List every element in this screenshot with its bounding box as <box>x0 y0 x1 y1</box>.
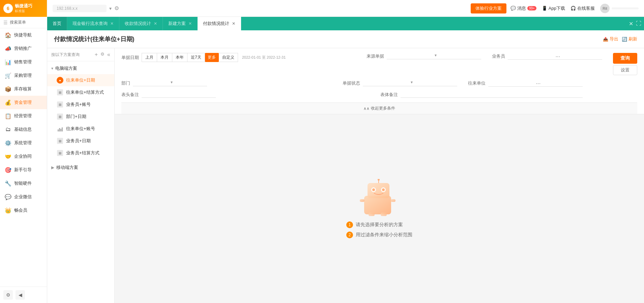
tip-2-text: 用过滤条件来缩小分析范围 <box>356 232 412 238</box>
export-btn[interactable]: 📤 导出 <box>603 36 618 42</box>
header-note-input[interactable] <box>142 91 216 98</box>
sidebar-settings-btn[interactable]: ⚙ <box>3 290 13 300</box>
salesperson-select[interactable]: ... <box>508 53 602 60</box>
tab-bank-flow-close[interactable]: ✕ <box>110 21 114 26</box>
collapse-bar[interactable]: ∧∧ 收起更多条件 <box>121 102 637 114</box>
sidebar-item-wechat[interactable]: 💬 企业微信 <box>0 190 47 204</box>
sidebar-item-basic-info[interactable]: 🗂 基础信息 <box>0 123 47 136</box>
sidebar-item-purchase[interactable]: 🛒 采购管理 <box>0 69 47 82</box>
sidebar-item-capital[interactable]: 💰 资金管理 <box>0 96 47 109</box>
counter-party-select[interactable]: ... <box>488 80 583 87</box>
empty-illustration-svg <box>359 179 400 216</box>
purchase-icon: 🛒 <box>5 72 11 79</box>
scheme-item-partner-settle[interactable]: ⊞ 往来单位+结算方式 <box>47 86 114 98</box>
topbar-gear-icon[interactable]: ⚙ <box>114 5 119 11</box>
tab-close-all-btn[interactable]: ✕ <box>629 21 633 27</box>
scheme-item-salesperson-date[interactable]: ⊞ 业务员+日期 <box>47 135 114 147</box>
scheme-collapse-btn[interactable]: « <box>107 52 110 58</box>
scheme-settings-btn[interactable]: ⚙ <box>100 52 105 58</box>
sidebar-collapse-btn[interactable]: ◀ <box>16 290 25 300</box>
hardware-icon: 🔧 <box>5 180 11 187</box>
salesperson-date-icon: ⊞ <box>57 138 63 144</box>
user-text <box>612 7 639 9</box>
sales-label: 销售管理 <box>14 59 32 65</box>
date-btn-7days[interactable]: 近7天 <box>187 53 205 62</box>
partner-date-icon: ● <box>57 77 63 84</box>
date-btn-last-month[interactable]: 上月 <box>142 53 157 62</box>
tab-receipt-stats-close[interactable]: ✕ <box>154 21 157 26</box>
sidebar-item-system[interactable]: ⚙️ 系统管理 <box>0 136 47 150</box>
counter-party-dots[interactable]: ... <box>536 80 583 85</box>
sidebar-item-marketing[interactable]: 📣 营销推广 <box>0 42 47 55</box>
sidebar-item-sales[interactable]: 📊 销售管理 <box>0 55 47 69</box>
mobile-section-title[interactable]: ▶ 移动端方案 <box>47 162 114 173</box>
date-label: 单据日期 <box>121 55 139 61</box>
pc-section-title[interactable]: ▾ 电脑端方案 <box>47 63 114 74</box>
topbar-chevron-icon[interactable]: ▾ <box>109 6 112 11</box>
tab-receipt-stats[interactable]: 收款情况统计 ✕ <box>119 17 163 30</box>
topbar-address: 192.168.x.x <box>53 5 107 12</box>
messages-label: 消息 <box>517 5 526 11</box>
salesperson-settle-icon: ⊞ <box>57 150 63 156</box>
tab-bank-flow[interactable]: 现金银行流水查询 ✕ <box>67 17 119 30</box>
scheme-item-salesperson-account[interactable]: ⊞ 业务员+账号 <box>47 98 114 111</box>
dept-select[interactable]: ▾ <box>133 80 207 86</box>
refresh-label: 刷新 <box>628 36 637 42</box>
body-note-input[interactable] <box>401 91 583 98</box>
app-icon: 📱 <box>542 6 547 11</box>
tab-payment-stats-close[interactable]: ✕ <box>232 21 235 26</box>
tab-new-scheme[interactable]: 新建方案 ✕ <box>163 17 198 30</box>
sidebar-item-hardware[interactable]: 🔧 智能硬件 <box>0 177 47 190</box>
scheme-item-dept-date[interactable]: ⊞ 部门+日期 <box>47 111 114 123</box>
tab-payment-stats[interactable]: 付款情况统计 ✕ <box>198 17 241 30</box>
date-btn-this-year[interactable]: 本年 <box>172 53 187 62</box>
app-download-btn[interactable]: 📱 App下载 <box>542 5 565 11</box>
trial-btn[interactable]: 体验行业方案 <box>471 3 506 13</box>
date-btn-this-month[interactable]: 本月 <box>157 53 172 62</box>
wechat-label: 企业微信 <box>14 194 32 200</box>
page-content: 付款情况统计(往来单位+日期) 📤 导出 🔄 刷新 按以下方案查询 + <box>47 30 644 303</box>
salesperson-dots[interactable]: ... <box>556 53 602 58</box>
sidebar-item-operations[interactable]: 📋 经营管理 <box>0 109 47 123</box>
dept-filter-item: 部门 ▾ <box>121 80 207 86</box>
sidebar-item-member[interactable]: 👑 畅会员 <box>0 204 47 217</box>
doc-status-chevron: ▾ <box>411 80 457 85</box>
partner-settle-label: 往来单位+结算方式 <box>66 89 104 95</box>
logo-title: 畅捷通巧 <box>15 3 32 9</box>
query-btn[interactable]: 查询 <box>613 53 637 64</box>
sidebar-item-guide[interactable]: 🎯 新手引导 <box>0 163 47 177</box>
sidebar-item-enterprise[interactable]: 🤝 企业协同 <box>0 150 47 163</box>
topbar: 192.168.x.x ▾ ⚙ 体验行业方案 💬 消息 99+ 📱 App下载 … <box>47 0 644 17</box>
date-btn-more[interactable]: 更多 <box>205 53 219 62</box>
member-label: 畅会员 <box>14 207 27 213</box>
collapse-label: 收起更多条件 <box>371 105 395 111</box>
partner-account-icon <box>57 125 63 132</box>
svg-rect-9 <box>391 199 396 202</box>
guide-label: 新手引导 <box>14 167 32 173</box>
source-doc-select[interactable]: ▾ <box>387 53 481 59</box>
scheme-add-btn[interactable]: + <box>95 52 98 58</box>
message-icon: 💬 <box>510 6 516 11</box>
system-label: 系统管理 <box>14 140 32 146</box>
tab-expand-btn[interactable]: ⛶ <box>636 21 641 27</box>
settings-btn[interactable]: 设置 <box>613 65 637 75</box>
salesperson-settle-label: 业务员+结算方式 <box>66 150 99 156</box>
wechat-icon: 💬 <box>5 193 11 200</box>
tab-home[interactable]: 首页 <box>47 17 67 30</box>
header-note-label: 表头备注 <box>121 92 139 98</box>
refresh-btn[interactable]: 🔄 刷新 <box>622 36 637 42</box>
sales-icon: 📊 <box>5 59 11 65</box>
salesperson-date-label: 业务员+日期 <box>66 138 91 144</box>
sidebar-item-inventory[interactable]: 📦 库存核算 <box>0 82 47 96</box>
search-menu[interactable]: ☰ 搜索菜单 <box>0 17 47 28</box>
scheme-item-salesperson-settle[interactable]: ⊞ 业务员+结算方式 <box>47 147 114 159</box>
doc-status-select[interactable]: ▾ <box>363 80 457 86</box>
online-service-btn[interactable]: 🎧 在线客服 <box>570 5 595 11</box>
scheme-item-partner-account[interactable]: 往来单位+账号 <box>47 123 114 135</box>
sidebar-item-quick-nav[interactable]: 🏠 快捷导航 <box>0 28 47 42</box>
filter-row-3: 表头备注 表体备注 <box>121 91 637 98</box>
tab-new-scheme-close[interactable]: ✕ <box>188 21 192 26</box>
date-btn-custom[interactable]: 自定义 <box>219 53 238 62</box>
scheme-item-partner-date[interactable]: ● 往来单位+日期 <box>47 74 114 86</box>
messages-btn[interactable]: 💬 消息 99+ <box>510 5 536 11</box>
